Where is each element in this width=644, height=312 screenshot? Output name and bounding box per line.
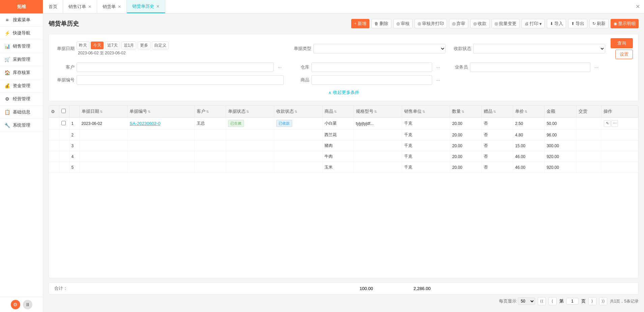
warehouse-picker-btn[interactable]: ···: [434, 64, 442, 71]
tabs-close-all[interactable]: ✕: [632, 0, 644, 13]
goods-input[interactable]: [311, 75, 432, 85]
customer-label: 客户: [54, 64, 75, 70]
date-1month[interactable]: 近1月: [121, 42, 137, 49]
col-unit-price[interactable]: 单价⇅: [513, 106, 544, 118]
tab-home[interactable]: 首页: [43, 0, 63, 13]
table-settings-icon[interactable]: ⚙: [51, 109, 55, 114]
batch-change-button[interactable]: ◎ 批量变更: [492, 19, 520, 28]
edit-btn[interactable]: ✎: [604, 120, 611, 127]
cell-customer: 王总: [194, 118, 226, 130]
cell-doc-date: [79, 140, 128, 151]
sort-customer-icon: ⇅: [206, 110, 209, 113]
row-checkbox[interactable]: [61, 121, 66, 125]
last-page-btn[interactable]: ⟩⟩: [599, 297, 607, 305]
sidebar-item-sales-mgmt[interactable]: 📊 销售管理: [0, 40, 43, 53]
col-checkbox: [59, 106, 69, 118]
cell-collect-status: [274, 130, 322, 140]
tab-close-sales-order[interactable]: ✕: [88, 4, 91, 9]
discard-button[interactable]: ◎ 弃审: [449, 19, 468, 28]
collapse-btn[interactable]: ∧ 收起更多条件: [54, 88, 633, 97]
sidebar-item-capital-mgmt[interactable]: 💰 资金管理: [0, 79, 43, 93]
customer-input[interactable]: [77, 62, 274, 72]
sidebar-item-purchase-mgmt[interactable]: 🛒 采购管理: [0, 53, 43, 66]
sidebar-settings-btn[interactable]: ⚙: [11, 300, 20, 309]
select-all-checkbox[interactable]: [61, 109, 66, 113]
more-btn[interactable]: ⋯: [611, 120, 618, 127]
collect-button[interactable]: ◎ 收款: [470, 19, 489, 28]
summary-values: 100.00 2,286.00: [73, 286, 633, 291]
col-spec-type[interactable]: 规格型号⇅: [354, 106, 402, 118]
col-customer[interactable]: 客户⇅: [194, 106, 226, 118]
next-page-btn[interactable]: ⟩: [588, 297, 596, 305]
sidebar-item-operation-mgmt[interactable]: ⚙ 经营管理: [0, 93, 43, 106]
goods-picker-btn[interactable]: ···: [434, 77, 442, 83]
sidebar-item-basic-info[interactable]: 📋 基础信息: [0, 106, 43, 119]
sidebar-item-system-mgmt[interactable]: 🔧 系统管理: [0, 119, 43, 132]
tab-close-sales-goods[interactable]: ✕: [118, 4, 121, 9]
warehouse-input[interactable]: [311, 62, 432, 72]
per-page-selector: 每页显示 50 100: [499, 297, 535, 305]
col-qty[interactable]: 数量⇅: [450, 106, 481, 118]
collect-status-select[interactable]: [473, 44, 605, 53]
cell-collect-status: [274, 140, 322, 151]
audit-print-button[interactable]: ◎ 审核并打印: [415, 19, 447, 28]
cell-collect-status: 已收款: [274, 118, 322, 130]
sidebar-item-inventory[interactable]: 🏠 库存核算: [0, 66, 43, 79]
filter-date: 单据日期 昨天 今天 近7天 近1月 更多 自定义 2023-06-02 至 2…: [54, 42, 286, 56]
cell-unit-price: 46.00: [513, 151, 544, 162]
cell-goods: 牛肉: [322, 151, 354, 162]
date-yesterday[interactable]: 昨天: [77, 42, 89, 49]
sidebar-item-quick-nav[interactable]: ⚡ 快捷导航: [0, 27, 43, 40]
date-more[interactable]: 更多: [138, 42, 150, 49]
total-info: 共1页，5条记录: [610, 298, 639, 304]
tab-close-sales-history[interactable]: ✕: [156, 4, 160, 9]
first-page-btn[interactable]: ⟨⟨: [538, 297, 546, 305]
customer-picker-btn[interactable]: ···: [276, 64, 284, 71]
set-button[interactable]: 设置: [615, 50, 633, 59]
col-settings[interactable]: ⚙: [49, 106, 59, 118]
col-sales-unit[interactable]: 销售单位⇅: [402, 106, 450, 118]
cell-unit-price: 4.80: [513, 130, 544, 140]
doc-no-link[interactable]: SA-20230602-0: [130, 121, 160, 126]
doc-status-badge: 已生效: [228, 120, 244, 127]
col-doc-date[interactable]: 单据日期⇅: [79, 106, 128, 118]
export-button[interactable]: ⬆ 导出: [568, 19, 587, 28]
refresh-icon: ↻: [592, 21, 596, 26]
doc-no-input[interactable]: [77, 75, 284, 85]
tab-sales-history[interactable]: 销货单历史 ✕: [127, 0, 165, 13]
prev-page-btn[interactable]: ⟨: [549, 297, 557, 305]
filter-row-1: 单据日期 昨天 今天 近7天 近1月 更多 自定义 2023-06-02 至 2…: [54, 38, 633, 59]
import-button[interactable]: ⬇ 导入: [547, 19, 566, 28]
cell-doc-date: 2023-06-02: [79, 118, 128, 130]
per-page-select[interactable]: 50 100: [518, 297, 535, 305]
cell-doc-date: [79, 162, 128, 173]
date-7days[interactable]: 近7天: [105, 42, 120, 49]
date-custom[interactable]: 自定义: [152, 42, 169, 49]
page-input[interactable]: [566, 298, 579, 305]
col-amount[interactable]: 金额: [544, 106, 577, 118]
salesperson-picker-btn[interactable]: ···: [592, 64, 600, 71]
sidebar-collapse-btn[interactable]: ⏸: [23, 300, 32, 309]
page-content: 销货单历史 + 新增 🗑 删除 ◎ 审核 ◎ 审核并打印: [43, 14, 644, 312]
query-button[interactable]: 查询: [611, 38, 633, 48]
new-button[interactable]: + 新增: [351, 19, 369, 28]
salesperson-input[interactable]: [470, 62, 591, 72]
sidebar-item-search-menu[interactable]: ≡ 搜索菜单: [0, 14, 43, 27]
table-row: 4 牛肉 千克 20.00 否 46.00 920.00: [49, 151, 638, 162]
show-detail-button[interactable]: ◉ 显示明细: [611, 19, 639, 28]
col-doc-no[interactable]: 单据编号⇅: [128, 106, 194, 118]
tab-sales-order[interactable]: 销售订单 ✕: [63, 0, 97, 13]
cell-settings: [49, 162, 59, 173]
col-goods[interactable]: 商品⇅: [322, 106, 354, 118]
col-doc-status[interactable]: 单据状态⇅: [226, 106, 274, 118]
cell-checkbox: [59, 140, 69, 151]
date-today[interactable]: 今天: [91, 42, 104, 49]
delete-button[interactable]: 🗑 删除: [371, 19, 391, 28]
refresh-button[interactable]: ↻ 刷新: [589, 19, 609, 28]
audit-button[interactable]: ◎ 审核: [393, 19, 413, 28]
print-button[interactable]: 🖨 打印 ▾: [522, 19, 545, 28]
tab-sales-goods[interactable]: 销货单 ✕: [97, 0, 127, 13]
col-collect-status[interactable]: 收款状态⇅: [274, 106, 322, 118]
doc-type-select[interactable]: [313, 44, 445, 53]
col-gift[interactable]: 赠品⇅: [481, 106, 513, 118]
